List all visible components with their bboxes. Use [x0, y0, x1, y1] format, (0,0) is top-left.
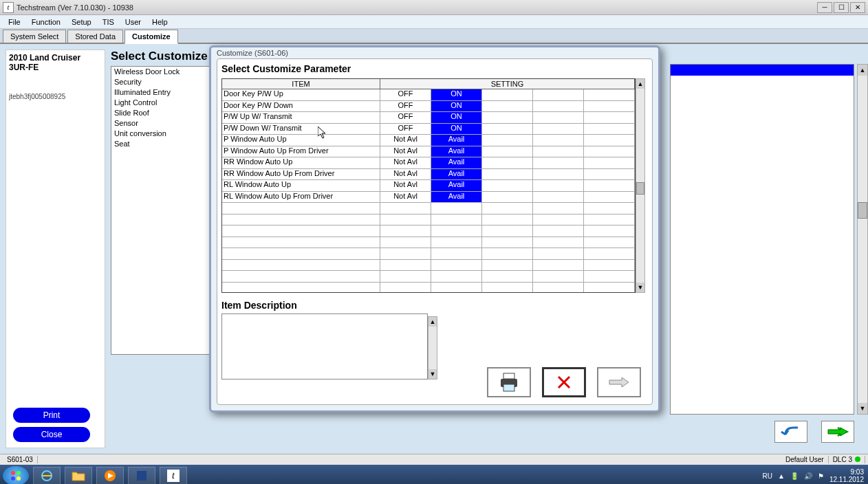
category-item[interactable]: Wireless Door Lock: [111, 67, 213, 77]
scroll-up-icon[interactable]: ▲: [858, 65, 867, 76]
setting-option[interactable]: [533, 89, 584, 100]
setting-option[interactable]: ON: [431, 101, 482, 112]
setting-option[interactable]: Avail: [431, 135, 482, 146]
setting-option[interactable]: [482, 146, 533, 157]
tray-battery-icon[interactable]: 🔋: [790, 472, 799, 480]
setting-option[interactable]: [533, 180, 584, 191]
setting-option[interactable]: Not Avl: [380, 192, 431, 203]
minimize-button[interactable]: ─: [817, 2, 832, 13]
start-button[interactable]: [3, 466, 29, 484]
setting-option[interactable]: ON: [431, 112, 482, 123]
setting-option[interactable]: [482, 169, 533, 180]
setting-option[interactable]: [482, 124, 533, 135]
category-item[interactable]: Sensor: [111, 118, 213, 129]
setting-option[interactable]: OFF: [380, 112, 431, 123]
scroll-down-icon[interactable]: ▼: [428, 369, 437, 379]
scroll-thumb[interactable]: [636, 182, 644, 195]
tab-customize[interactable]: Customize: [124, 30, 178, 44]
parameter-row[interactable]: RL Window Auto Up From DriverNot AvlAvai…: [222, 192, 635, 204]
scroll-up-icon[interactable]: ▲: [428, 317, 437, 327]
parameter-row[interactable]: Door Key P/W UpOFFON: [222, 89, 635, 101]
category-item[interactable]: Slide Roof: [111, 108, 213, 118]
setting-option[interactable]: Not Avl: [380, 180, 431, 191]
parameter-row[interactable]: P/W Up W/ TransmitOFFON: [222, 112, 635, 124]
setting-option[interactable]: [533, 135, 584, 146]
setting-option[interactable]: [482, 89, 533, 100]
category-item[interactable]: Light Control: [111, 98, 213, 108]
parameter-row[interactable]: P Window Auto Up From DriverNot AvlAvail: [222, 146, 635, 158]
setting-option[interactable]: Avail: [431, 180, 482, 191]
setting-option[interactable]: Avail: [431, 157, 482, 168]
setting-option[interactable]: [482, 192, 533, 203]
setting-option[interactable]: [584, 169, 635, 180]
parameter-row[interactable]: P/W Down W/ TransmitOFFON: [222, 124, 635, 135]
menu-tis[interactable]: TIS: [97, 16, 120, 28]
maximize-button[interactable]: ☐: [834, 2, 849, 13]
setting-option[interactable]: [482, 157, 533, 168]
taskbar-app1[interactable]: [128, 467, 155, 484]
setting-option[interactable]: ON: [431, 89, 482, 100]
setting-option[interactable]: [533, 169, 584, 180]
setting-option[interactable]: [533, 101, 584, 112]
setting-option[interactable]: [584, 192, 635, 203]
setting-option[interactable]: [584, 101, 635, 112]
taskbar-media[interactable]: [96, 467, 124, 484]
setting-option[interactable]: [584, 180, 635, 191]
setting-option[interactable]: [584, 112, 635, 123]
parameter-row[interactable]: RR Window Auto UpNot AvlAvail: [222, 157, 635, 169]
setting-option[interactable]: [533, 124, 584, 135]
setting-option[interactable]: [584, 146, 635, 157]
menu-function[interactable]: Function: [26, 16, 66, 28]
setting-option[interactable]: Not Avl: [380, 169, 431, 180]
parameter-row[interactable]: RR Window Auto Up From DriverNot AvlAvai…: [222, 169, 635, 181]
setting-option[interactable]: Avail: [431, 146, 482, 157]
scroll-down-icon[interactable]: ▼: [858, 403, 867, 414]
close-page-button[interactable]: Close: [13, 427, 90, 442]
tray-lang[interactable]: RU: [763, 472, 772, 480]
scroll-thumb[interactable]: [858, 202, 867, 219]
setting-option[interactable]: [584, 157, 635, 168]
description-scrollbar[interactable]: ▲ ▼: [428, 316, 437, 380]
print-dialog-button[interactable]: [487, 367, 531, 397]
setting-option[interactable]: [533, 146, 584, 157]
setting-option[interactable]: [533, 112, 584, 123]
setting-option[interactable]: [482, 180, 533, 191]
menu-setup[interactable]: Setup: [66, 16, 97, 28]
print-button[interactable]: Print: [13, 408, 90, 423]
setting-option[interactable]: Not Avl: [380, 135, 431, 146]
setting-option[interactable]: Not Avl: [380, 157, 431, 168]
next-dialog-button[interactable]: [597, 367, 641, 397]
tray-flag-icon[interactable]: ⚑: [818, 472, 824, 480]
setting-option[interactable]: OFF: [380, 101, 431, 112]
tray-clock[interactable]: 9:03 12.11.2012: [829, 468, 864, 483]
setting-option[interactable]: OFF: [380, 124, 431, 135]
category-item[interactable]: Illuminated Entry: [111, 87, 213, 98]
setting-option[interactable]: [584, 135, 635, 146]
next-button[interactable]: [821, 421, 854, 443]
ecu-scrollbar[interactable]: ▲ ▼: [857, 64, 868, 415]
taskbar-ie[interactable]: [33, 467, 61, 484]
setting-option[interactable]: [482, 112, 533, 123]
tray-volume-icon[interactable]: 🔊: [804, 472, 812, 480]
scroll-down-icon[interactable]: ▼: [636, 283, 644, 292]
setting-option[interactable]: [533, 157, 584, 168]
category-item[interactable]: Unit conversion: [111, 129, 213, 139]
parameter-row[interactable]: P Window Auto UpNot AvlAvail: [222, 135, 635, 146]
setting-option[interactable]: [533, 192, 584, 203]
ecu-selected-row[interactable]: [671, 65, 854, 76]
menu-file[interactable]: File: [3, 16, 26, 28]
category-item[interactable]: Seat: [111, 139, 213, 149]
setting-option[interactable]: Avail: [431, 169, 482, 180]
menu-help[interactable]: Help: [147, 16, 173, 28]
back-button[interactable]: [774, 421, 807, 443]
setting-option[interactable]: Not Avl: [380, 146, 431, 157]
taskbar-explorer[interactable]: [65, 467, 92, 484]
parameter-row[interactable]: Door Key P/W DownOFFON: [222, 101, 635, 113]
tray-show-hidden-icon[interactable]: ▲: [778, 472, 785, 480]
cancel-dialog-button[interactable]: [542, 367, 586, 397]
close-button[interactable]: ✕: [850, 2, 865, 13]
setting-option[interactable]: [584, 124, 635, 135]
scroll-up-icon[interactable]: ▲: [636, 79, 644, 89]
tab-stored-data[interactable]: Stored Data: [67, 30, 123, 43]
setting-option[interactable]: Avail: [431, 192, 482, 203]
